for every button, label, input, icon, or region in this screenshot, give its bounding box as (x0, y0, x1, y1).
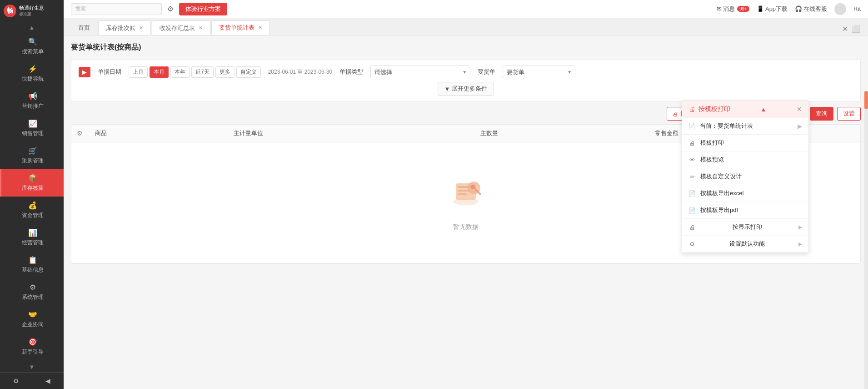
empty-text: 暂无数据 (453, 223, 479, 231)
sidebar-item-sales[interactable]: 📈 销售管理 (0, 115, 64, 142)
sidebar-item-marketing-label: 营销推广 (22, 102, 44, 110)
type-select-wrapper[interactable]: 请选择 (370, 66, 470, 78)
tab-maximize-icon[interactable]: ⬜ (852, 25, 861, 33)
user-avatar[interactable] (834, 3, 846, 15)
filter-collapse-btn[interactable]: ▶ (79, 67, 90, 77)
page-title: 要货单统计表(按商品) (71, 43, 861, 52)
tab-home[interactable]: 首页 (71, 20, 97, 35)
expand-more-icon: ▼ (444, 86, 450, 92)
tab-order-stats[interactable]: 要货单统计表 ✕ (211, 20, 270, 35)
online-service-btn[interactable]: 🎧 在线客服 (795, 5, 827, 13)
messages-btn[interactable]: ✉ 消息 99+ (717, 5, 749, 13)
marketing-icon: 📢 (28, 92, 37, 101)
date-btn-more[interactable]: 更多 (215, 66, 234, 78)
sidebar: 畅 畅通好生意 标准版 ▲ 🔍 搜索菜单 ⚡ 快捷导航 📢 营销推广 📈 销售管 (0, 0, 64, 389)
sidebar-scroll-up[interactable]: ▲ (0, 22, 64, 33)
sidebar-item-system[interactable]: ⚙ 系统管理 (0, 278, 64, 306)
sidebar-item-search[interactable]: 🔍 搜索菜单 (0, 33, 64, 60)
settings-btn[interactable]: 设置 (837, 107, 861, 121)
table-col-settings: ⚙ (71, 125, 90, 142)
tab-batch-close[interactable]: ✕ (139, 25, 143, 31)
goods-select-wrapper[interactable]: 要货单 (503, 66, 575, 78)
dropdown-header: 🖨 按模板打印 ▲ ✕ (682, 101, 808, 118)
app-download-btn[interactable]: 📱 App下载 (757, 5, 788, 13)
online-service-label: 在线客服 (803, 5, 827, 13)
expand-more-btn[interactable]: ▼ 展开更多条件 (438, 82, 494, 96)
dropdown-item-template-excel[interactable]: 📄 按模板导出excel (682, 185, 808, 202)
logo-text: 畅通好生意 (19, 5, 44, 11)
page-scrollbar[interactable] (864, 91, 868, 389)
dropdown-print-icon: 🖨 (688, 106, 695, 113)
template-print-icon: 🖨 (688, 140, 696, 147)
goods-select[interactable]: 要货单 (503, 66, 575, 78)
sidebar-item-basic[interactable]: 📋 基础信息 (0, 251, 64, 278)
column-settings-icon[interactable]: ⚙ (77, 130, 83, 137)
dropdown-item-template-preview[interactable]: 👁 模板预览 (682, 152, 808, 168)
operations-icon: 📊 (28, 228, 37, 237)
topbar-settings-icon[interactable]: ⚙ (167, 5, 174, 13)
dropdown-current-template[interactable]: 📄 当前：要货单统计表 ▶ (682, 118, 808, 135)
trial-btn[interactable]: 体验行业方案 (179, 3, 227, 15)
dropdown-item-template-custom[interactable]: ✏ 模板自定义设计 (682, 168, 808, 185)
sidebar-item-search-label: 搜索菜单 (22, 48, 44, 56)
messages-icon: ✉ (717, 5, 722, 12)
dropdown-item-default-func[interactable]: ⚙ 设置默认功能 ▶ (682, 236, 808, 253)
tab-order-stats-close[interactable]: ✕ (258, 25, 262, 30)
current-template-label: 当前：要货单统计表 (700, 122, 793, 130)
sidebar-item-marketing[interactable]: 📢 营销推广 (0, 87, 64, 115)
search-menu-icon: 🔍 (28, 37, 37, 46)
date-btn-prev-month[interactable]: 上月 (129, 66, 148, 78)
logo-icon: 畅 (4, 5, 16, 17)
filter-bar: ▶ 单据日期 上月 本月 本年 近7天 更多 自定义 2023-06-01 至 … (71, 60, 861, 101)
sidebar-menu-icon[interactable]: ◀ (45, 377, 50, 384)
sidebar-item-finance-label: 资金管理 (22, 212, 44, 219)
dropdown-item-template-print[interactable]: 🖨 模板打印 (682, 135, 808, 152)
dropdown-item-template-pdf[interactable]: 📄 按模板导出pdf (682, 202, 808, 219)
tab-close-all-icon[interactable]: ✕ (842, 25, 848, 33)
dropdown-close-btn[interactable]: ✕ (797, 106, 802, 113)
template-custom-icon: ✏ (688, 173, 696, 180)
messages-badge: 99+ (737, 6, 749, 12)
date-group: 上月 本月 本年 近7天 更多 自定义 (129, 66, 261, 78)
template-preview-label: 模板预览 (700, 156, 724, 164)
current-template-icon: 📄 (688, 123, 695, 129)
sidebar-item-guide[interactable]: 🎯 新手引导 (0, 333, 64, 360)
date-btn-7days[interactable]: 近7天 (191, 66, 214, 78)
sidebar-item-purchase-label: 采购管理 (22, 157, 44, 165)
sidebar-item-operations[interactable]: 📊 经营管理 (0, 224, 64, 251)
sidebar-item-purchase[interactable]: 🛒 采购管理 (0, 142, 64, 169)
date-range-display: 2023-06-01 至 2023-06-30 (268, 68, 332, 76)
user-name: Rit (853, 5, 861, 12)
topbar-right: ✉ 消息 99+ 📱 App下载 🎧 在线客服 Rit (717, 3, 861, 15)
expand-more-label: 展开更多条件 (452, 85, 487, 93)
guide-icon: 🎯 (28, 338, 37, 346)
tab-batch-label: 库存批次账 (106, 24, 135, 32)
sidebar-item-guide-label: 新手引导 (22, 348, 44, 356)
dropdown-item-display-print[interactable]: 🖨 按显示打印 ▶ (682, 219, 808, 236)
tab-receipt-summary-close[interactable]: ✕ (199, 25, 203, 31)
sidebar-bottom: ⚙ ◀ (0, 372, 64, 389)
type-select[interactable]: 请选择 (370, 66, 470, 78)
sidebar-scroll-down[interactable]: ▼ (0, 362, 64, 372)
scrollbar-thumb[interactable] (864, 91, 868, 109)
sidebar-settings-icon[interactable]: ⚙ (13, 377, 19, 384)
tab-receipt-summary[interactable]: 收发存汇总表 ✕ (152, 20, 210, 35)
sidebar-item-finance[interactable]: 💰 资金管理 (0, 197, 64, 224)
app-download-label: App下载 (765, 5, 788, 13)
sidebar-item-quicknav[interactable]: ⚡ 快捷导航 (0, 60, 64, 87)
sidebar-item-inventory[interactable]: 📦 库存核算 (0, 169, 64, 197)
date-btn-current-year[interactable]: 本年 (170, 66, 190, 78)
table-col-unit: 主计量单位 (228, 125, 475, 142)
current-template-arrow: ▶ (798, 123, 802, 130)
sidebar-item-collab-label: 企业协同 (22, 321, 44, 328)
sidebar-item-collab[interactable]: 🤝 企业协同 (0, 306, 64, 333)
finance-icon: 💰 (28, 201, 37, 210)
tab-batch[interactable]: 库存批次账 ✕ (98, 20, 151, 35)
date-btn-current-month[interactable]: 本月 (150, 66, 169, 78)
template-excel-label: 按模板导出excel (700, 189, 743, 197)
query-btn[interactable]: 查询 (810, 107, 833, 121)
tab-home-label: 首页 (78, 24, 90, 32)
sidebar-item-sales-label: 销售管理 (22, 130, 44, 137)
date-btn-custom[interactable]: 自定义 (236, 66, 261, 78)
print-dropdown-menu: 🖨 按模板打印 ▲ ✕ 📄 当前：要货单统计表 ▶ 🖨 模板打印 (682, 100, 809, 253)
